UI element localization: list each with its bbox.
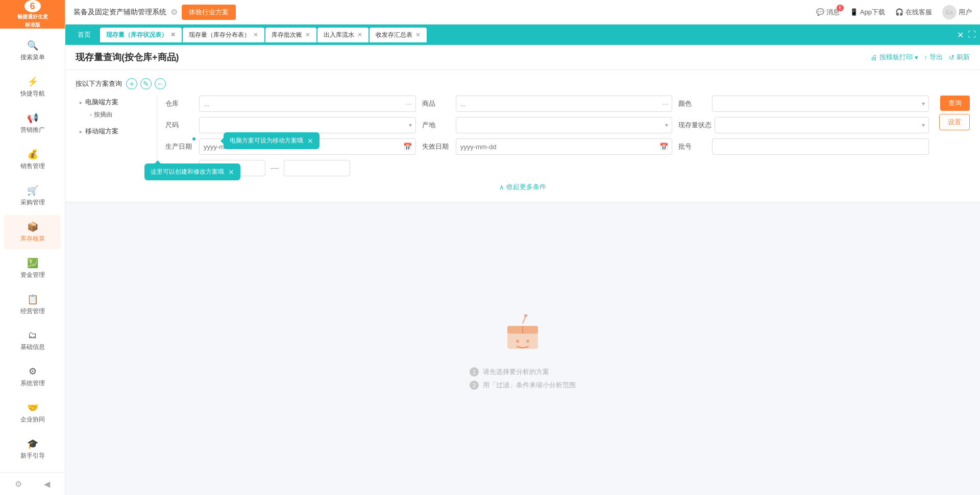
tab-inventory-dist[interactable]: 现存量（库存分布表） ✕ bbox=[183, 28, 264, 42]
app-download-btn[interactable]: 📱 App下载 bbox=[850, 8, 885, 17]
online-service-btn[interactable]: 🎧 在线客服 bbox=[895, 8, 932, 17]
sidebar-item-basic[interactable]: 🗂 基础信息 bbox=[4, 324, 61, 358]
sidebar-item-quick[interactable]: ⚡ 快捷导航 bbox=[4, 70, 61, 104]
filter-row-4: 现存量（主） — bbox=[165, 160, 929, 176]
tooltip-create-close[interactable]: ✕ bbox=[228, 168, 234, 176]
tab-inventory-dist-close[interactable]: ✕ bbox=[253, 31, 258, 38]
user-btn[interactable]: Ea 用户 bbox=[942, 5, 972, 19]
tab-receive-summary[interactable]: 收发存汇总表 ✕ bbox=[370, 28, 427, 42]
sidebar-item-operations[interactable]: 📋 经营管理 bbox=[4, 288, 61, 322]
export-icon: ↑ bbox=[924, 54, 928, 61]
print-icon: 🖨 bbox=[871, 54, 877, 61]
sidebar-label-enterprise: 企业协同 bbox=[20, 415, 45, 424]
online-service-label: 在线客服 bbox=[905, 8, 932, 17]
hint-text-2: 用「过滤」条件来缩小分析范围 bbox=[483, 381, 576, 390]
sidebar-item-system[interactable]: ⚙ 系统管理 bbox=[4, 360, 61, 394]
tooltip-create: 这里可以创建和修改方案哦 ✕ bbox=[144, 163, 240, 180]
product-field: 商品 ··· bbox=[422, 96, 673, 112]
color-select[interactable] bbox=[712, 96, 929, 112]
produce-date-cal-icon[interactable]: 📅 bbox=[403, 143, 412, 151]
export-btn[interactable]: ↑ 导出 bbox=[924, 53, 943, 62]
tab-inventory-status-label: 现存量（库存状况表） bbox=[106, 31, 167, 39]
logo-icon: 6 bbox=[24, 0, 41, 12]
tab-receive-summary-label: 收发存汇总表 bbox=[376, 31, 412, 39]
warehouse-dots-icon[interactable]: ··· bbox=[406, 100, 412, 108]
edit-scheme-btn[interactable]: ✎ bbox=[140, 78, 152, 89]
tooltip-scheme: 电脑方案可设为移动方案哦 ✕ bbox=[224, 132, 320, 149]
warehouse-input[interactable] bbox=[199, 96, 416, 112]
message-btn[interactable]: 💬 消息 6 bbox=[816, 8, 840, 17]
collapse-row: ∧ 收起更多条件 bbox=[76, 178, 970, 194]
sidebar-item-purchase[interactable]: 🛒 采购管理 bbox=[4, 179, 61, 213]
collapse-btn[interactable]: ∧ 收起更多条件 bbox=[499, 182, 546, 192]
product-input[interactable] bbox=[456, 96, 673, 112]
experience-btn[interactable]: 体验行业方案 bbox=[182, 5, 236, 20]
tab-inventory-status[interactable]: 现存量（库存状况表） ✕ bbox=[100, 28, 182, 42]
sidebar-collapse-btn[interactable]: ◀ bbox=[44, 479, 50, 489]
product-input-wrapper: ··· bbox=[456, 96, 673, 112]
empty-hints: 1 请先选择要分析的方案 2 用「过滤」条件来缩小分析范围 bbox=[470, 367, 576, 390]
origin-label: 产地 bbox=[422, 121, 453, 130]
scheme-pc-sub: ▪ 按摘由 bbox=[76, 109, 153, 121]
sidebar-item-marketing[interactable]: 📢 营销推广 bbox=[4, 106, 61, 140]
tab-batch-account-close[interactable]: ✕ bbox=[305, 31, 310, 38]
gear-icon[interactable]: ⚙ bbox=[170, 7, 178, 17]
add-scheme-btn[interactable]: + bbox=[126, 78, 137, 89]
expire-date-cal-icon[interactable]: 📅 bbox=[659, 143, 668, 151]
search-btn[interactable]: 查询 bbox=[940, 96, 970, 111]
back-scheme-btn[interactable]: ← bbox=[155, 78, 166, 89]
scheme-pc-item[interactable]: ▸ 电脑端方案 bbox=[76, 96, 153, 109]
scheme-pc-sub-item[interactable]: ▪ 按摘由 bbox=[86, 109, 153, 121]
product-dots-icon[interactable]: ··· bbox=[663, 100, 669, 108]
sidebar-item-finance[interactable]: 💹 资金管理 bbox=[4, 251, 61, 286]
phone-icon: 📱 bbox=[850, 8, 858, 16]
origin-select[interactable] bbox=[456, 117, 673, 133]
sidebar-item-guide[interactable]: 🎓 新手引导 bbox=[4, 432, 61, 466]
tab-in-out-flow[interactable]: 出入库流水 ✕ bbox=[317, 28, 369, 42]
origin-field: 产地 bbox=[422, 117, 673, 133]
tab-bar: 首页 现存量（库存状况表） ✕ 现存量（库存分布表） ✕ 库存批次账 ✕ 出入库… bbox=[65, 25, 980, 45]
stock-status-select[interactable] bbox=[715, 117, 929, 133]
tab-batch-account[interactable]: 库存批次账 ✕ bbox=[265, 28, 316, 42]
sidebar-settings-btn[interactable]: ⚙ bbox=[15, 479, 22, 489]
batch-input[interactable] bbox=[712, 138, 929, 155]
stock-main-to[interactable] bbox=[284, 160, 350, 176]
scheme-mobile-item[interactable]: ▸ 移动端方案 bbox=[76, 125, 153, 138]
content-area: 现存量查询(按仓库+商品) 🖨 按模板打印 ▾ ↑ 导出 ↺ 刷新 bbox=[65, 45, 980, 495]
sidebar-label-sales: 销售管理 bbox=[20, 162, 45, 171]
svg-point-4 bbox=[526, 340, 529, 343]
sidebar-label-basic: 基础信息 bbox=[20, 343, 45, 351]
tab-home[interactable]: 首页 bbox=[69, 26, 99, 43]
batch-label: 批号 bbox=[678, 142, 709, 151]
tab-fullscreen-icon[interactable]: ⛶ bbox=[968, 30, 976, 39]
sidebar-item-inventory[interactable]: 📦 库存核算 bbox=[4, 215, 61, 249]
sidebar-bottom: ⚙ ◀ bbox=[0, 473, 65, 495]
refresh-btn[interactable]: ↺ 刷新 bbox=[949, 53, 970, 62]
range-dash: — bbox=[271, 163, 279, 173]
tab-inventory-status-close[interactable]: ✕ bbox=[170, 31, 176, 38]
sidebar-label-inventory: 库存核算 bbox=[20, 234, 45, 243]
filter-label-row: 按以下方案查询 + ✎ ← bbox=[76, 78, 970, 89]
sidebar-item-enterprise[interactable]: 🤝 企业协同 bbox=[4, 396, 61, 430]
warehouse-field: 仓库 ··· bbox=[165, 96, 416, 112]
expire-date-input[interactable] bbox=[456, 138, 673, 155]
app-logo: 6 畅捷通好生意 标准版 bbox=[0, 0, 65, 29]
size-field: 尺码 bbox=[165, 117, 416, 133]
sidebar-item-sales[interactable]: 💰 销售管理 bbox=[4, 143, 61, 177]
tab-close-all-icon[interactable]: ✕ bbox=[957, 30, 964, 40]
hint-text-1: 请先选择要分析的方案 bbox=[483, 367, 549, 376]
tooltip-scheme-close[interactable]: ✕ bbox=[307, 137, 313, 145]
print-btn[interactable]: 🖨 按模板打印 ▾ bbox=[871, 53, 918, 62]
tab-receive-summary-close[interactable]: ✕ bbox=[415, 31, 421, 38]
size-select[interactable] bbox=[199, 117, 416, 133]
avatar: Ea bbox=[942, 5, 957, 19]
pc-scheme-label: 电脑端方案 bbox=[85, 98, 118, 107]
hint-num-1: 1 bbox=[470, 367, 479, 376]
page-title: 现存量查询(按仓库+商品) bbox=[76, 51, 179, 69]
system-title: 装备及固定资产辅助管理系统 bbox=[74, 8, 166, 17]
sidebar-item-search[interactable]: 🔍 搜索菜单 bbox=[4, 34, 61, 68]
reset-btn[interactable]: 设置 bbox=[939, 114, 970, 130]
empty-state: 1 请先选择要分析的方案 2 用「过滤」条件来缩小分析范围 bbox=[65, 202, 980, 495]
tab-in-out-flow-close[interactable]: ✕ bbox=[357, 31, 362, 38]
basic-icon: 🗂 bbox=[28, 330, 37, 341]
